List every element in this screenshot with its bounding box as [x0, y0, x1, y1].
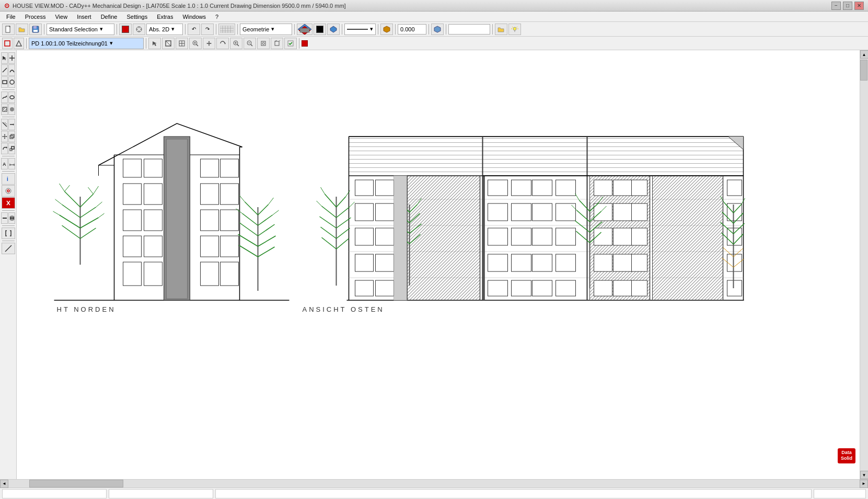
- svg-line-29: [517, 27, 518, 28]
- coord-dropdown-arrow: ▾: [171, 26, 175, 32]
- scroll-track-horizontal[interactable]: [8, 480, 860, 487]
- arc-draw-tool[interactable]: [8, 64, 15, 76]
- select-arrow-tool[interactable]: [1, 52, 8, 64]
- ellipse-tool[interactable]: [8, 92, 15, 103]
- sep4: [216, 24, 216, 35]
- zoom-out[interactable]: [244, 38, 256, 49]
- fill-tool[interactable]: [8, 104, 15, 115]
- circle-tool[interactable]: [8, 76, 15, 88]
- zoom-window[interactable]: [189, 38, 202, 49]
- line-style-dropdown[interactable]: ▾: [344, 24, 376, 35]
- redo-button[interactable]: ↷: [201, 24, 214, 35]
- dim-tool[interactable]: [8, 158, 15, 169]
- color-select-button[interactable]: [119, 24, 132, 35]
- light-button[interactable]: [508, 24, 521, 35]
- grid-button[interactable]: [218, 24, 235, 35]
- snap-settings-tool[interactable]: [2, 185, 15, 197]
- tb2-icon1[interactable]: [2, 38, 13, 49]
- material-button[interactable]: [380, 24, 393, 35]
- svg-rect-107: [167, 139, 188, 299]
- right-scrollbar[interactable]: ▲ ▼: [860, 50, 868, 479]
- text-tool[interactable]: A: [1, 158, 8, 169]
- menu-file[interactable]: File: [2, 13, 20, 21]
- folder-button[interactable]: [495, 24, 507, 35]
- scroll-down-button[interactable]: ▼: [860, 471, 869, 479]
- scroll-thumb-horizontal[interactable]: [29, 480, 123, 487]
- snap-toggle[interactable]: [284, 38, 297, 49]
- copy-tool[interactable]: [8, 131, 15, 142]
- new-button[interactable]: [2, 24, 15, 35]
- scroll-up-button[interactable]: ▲: [860, 50, 869, 59]
- minimize-button[interactable]: −: [831, 2, 841, 10]
- zoom-in[interactable]: [230, 38, 242, 49]
- menu-define[interactable]: Define: [97, 13, 122, 21]
- diagonal-tool[interactable]: [2, 243, 15, 254]
- spline-tool[interactable]: [1, 92, 8, 103]
- line-width-input[interactable]: [398, 24, 426, 35]
- snap-button[interactable]: [133, 24, 145, 35]
- menu-help[interactable]: ?: [211, 13, 223, 21]
- scroll-track-vertical[interactable]: [860, 59, 868, 471]
- 3d-view-button[interactable]: [431, 24, 444, 35]
- pan-tool[interactable]: [203, 38, 215, 49]
- shape-3d-button[interactable]: [327, 24, 340, 35]
- menu-extras[interactable]: Extras: [153, 13, 177, 21]
- delete-tool[interactable]: [2, 197, 15, 209]
- cross-tool[interactable]: [176, 38, 188, 49]
- svg-rect-116: [123, 210, 142, 231]
- extend-tool[interactable]: [8, 119, 15, 130]
- open-button[interactable]: [16, 24, 28, 35]
- black-color-button[interactable]: [314, 24, 326, 35]
- svg-rect-187: [653, 176, 723, 300]
- pointer-tool[interactable]: [148, 38, 161, 49]
- line-style-tool[interactable]: [1, 212, 8, 224]
- sep-tb2b: [146, 38, 146, 49]
- svg-rect-238: [727, 280, 742, 296]
- bottom-scrollbar[interactable]: ◄ ►: [0, 479, 868, 487]
- status-seg1: [2, 489, 107, 498]
- menu-windows[interactable]: Windows: [178, 13, 210, 21]
- view-3d[interactable]: [271, 38, 283, 49]
- canvas-area[interactable]: HT NORDEN: [17, 50, 860, 479]
- coord-mode-dropdown[interactable]: Abs. 2D ▾: [146, 24, 183, 35]
- menu-insert[interactable]: Insert: [73, 13, 96, 21]
- info-tool[interactable]: i: [2, 173, 15, 185]
- rotate-tool[interactable]: [1, 143, 8, 154]
- svg-line-70: [4, 109, 7, 111]
- color-stack-button[interactable]: [297, 24, 313, 35]
- rotate-view[interactable]: [216, 38, 229, 49]
- scroll-right-button[interactable]: ►: [860, 480, 868, 488]
- move-tool[interactable]: [1, 131, 8, 142]
- svg-marker-23: [434, 26, 441, 32]
- hatch-tool[interactable]: [1, 104, 8, 115]
- drawing-dropdown[interactable]: PD 1.00:1.00 Teilzeichnung01 ▾: [29, 38, 144, 49]
- lt-sep4: [2, 171, 15, 172]
- selection-mode-dropdown[interactable]: Standard Selection ▾: [47, 24, 114, 35]
- scroll-thumb-vertical[interactable]: [860, 60, 867, 81]
- trim-tool[interactable]: [1, 119, 8, 130]
- svg-line-58: [279, 40, 280, 41]
- svg-marker-79: [4, 138, 5, 139]
- undo-button[interactable]: ↶: [188, 24, 200, 35]
- layer-dropdown[interactable]: Geometrie ▾: [240, 24, 292, 35]
- rect-tool[interactable]: [1, 76, 8, 88]
- lt-sep1: [2, 89, 15, 90]
- layer-tool[interactable]: [8, 212, 15, 224]
- color-swatch[interactable]: [448, 24, 490, 35]
- select-cross-tool[interactable]: [8, 52, 15, 64]
- menu-process[interactable]: Process: [21, 13, 50, 21]
- sep3: [185, 24, 186, 35]
- scroll-left-button[interactable]: ◄: [0, 480, 8, 488]
- scale-tool[interactable]: [8, 143, 15, 154]
- tb2-end-button[interactable]: [302, 40, 308, 47]
- menu-view[interactable]: View: [51, 13, 72, 21]
- close-button[interactable]: ✕: [854, 2, 864, 10]
- select-tool[interactable]: [162, 38, 175, 49]
- tb2-icon2[interactable]: [14, 38, 24, 49]
- line-draw-tool[interactable]: [1, 64, 8, 76]
- maximize-button[interactable]: □: [843, 2, 852, 10]
- bracket-tool[interactable]: [2, 228, 15, 239]
- save-button[interactable]: [29, 24, 42, 35]
- zoom-extent[interactable]: [257, 38, 270, 49]
- menu-settings[interactable]: Settings: [122, 13, 152, 21]
